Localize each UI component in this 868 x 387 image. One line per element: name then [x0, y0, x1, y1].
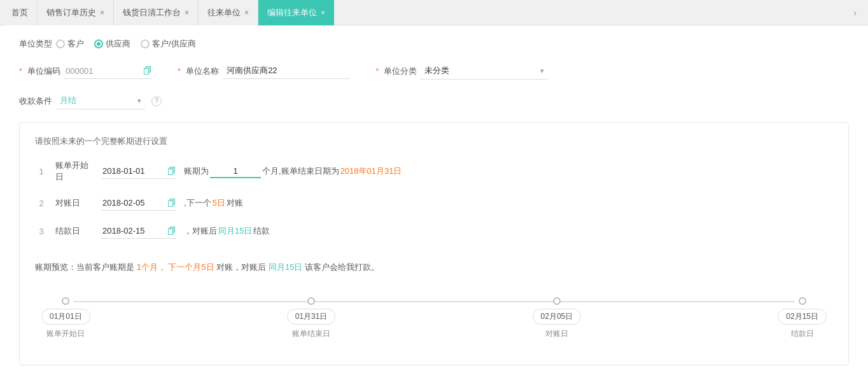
timeline-point-2: 01月31日 账单结束日	[287, 291, 336, 339]
unit-type-group: 单位类型 客户 供应商 客户/供应商	[19, 38, 196, 50]
payment-condition-select[interactable]: 月结 ▾	[56, 92, 145, 109]
tab-edit-partner-label: 编辑往来单位	[267, 7, 317, 18]
unit-category-required: *	[375, 66, 379, 76]
preview-part3: 对账，对账后	[216, 262, 266, 272]
payment-condition-chevron: ▾	[137, 97, 141, 105]
tab-partner[interactable]: 往来单位 ×	[199, 0, 258, 25]
radio-both-label: 客户/供应商	[152, 38, 196, 50]
main-content: 单位类型 客户 供应商 客户/供应商 * 单位编码	[0, 25, 868, 387]
row2-date-input-group: 🗍	[101, 195, 176, 211]
radio-customer-label: 客户	[67, 38, 84, 50]
unit-code-required: *	[19, 66, 22, 76]
timeline-dot-4	[799, 297, 806, 305]
row1-desc-suffix: 个月,账单结束日期为	[262, 165, 339, 177]
unit-code-input-group: 🗍	[64, 64, 152, 79]
tab-home-label: 首页	[11, 7, 28, 18]
tab-cash-work[interactable]: 钱货日清工作台 ×	[114, 0, 199, 25]
tab-cash-work-close[interactable]: ×	[185, 8, 189, 17]
timeline-dot-2	[307, 297, 315, 305]
unit-code-input[interactable]	[64, 64, 141, 78]
row2-desc-prefix: ,下一个	[184, 197, 211, 209]
unit-info-row: * 单位编码 🗍 * 单位名称 * 单位分类 未分类 ▾	[19, 62, 849, 80]
tab-bar: 首页 销售订单历史 × 钱货日清工作台 × 往来单位 × 编辑往来单位 × ›	[0, 0, 868, 25]
row1-label: 账单开始日	[55, 160, 94, 183]
payment-condition-row: 收款条件 月结 ▾ ?	[19, 92, 849, 109]
row2-num: 2	[35, 199, 48, 208]
timeline-date-4: 02月15日	[778, 309, 827, 325]
unit-type-row: 单位类型 客户 供应商 客户/供应商	[19, 38, 849, 50]
payment-condition-help[interactable]: ?	[151, 96, 162, 106]
unit-category-group: * 单位分类 未分类 ▾	[375, 62, 548, 80]
row3-num: 3	[35, 227, 48, 236]
row3-date-input[interactable]	[101, 223, 165, 238]
row2-label: 对账日	[55, 197, 94, 209]
preview-label: 账期预览：当前客户账期是	[35, 262, 134, 272]
preview-section: 账期预览：当前客户账期是 1个月， 下一个月5日 对账，对账后 同月15日 该客…	[35, 251, 833, 352]
unit-name-required: *	[178, 66, 181, 76]
unit-name-input[interactable]	[223, 64, 350, 79]
row3-highlight: 同月15日	[218, 225, 252, 237]
radio-group-unit-type: 客户 供应商 客户/供应商	[56, 38, 196, 50]
row1-calendar-icon[interactable]: 🗍	[167, 166, 176, 176]
timeline-name-2: 账单结束日	[292, 328, 330, 339]
row3-date-input-group: 🗍	[101, 223, 176, 239]
radio-both[interactable]: 客户/供应商	[141, 38, 196, 50]
preview-text: 账期预览：当前客户账期是 1个月， 下一个月5日 对账，对账后 同月15日 该客…	[35, 262, 833, 273]
unit-code-label: 单位编码	[27, 66, 60, 77]
radio-supplier-label: 供应商	[106, 38, 130, 50]
unit-name-label: 单位名称	[186, 66, 219, 77]
unit-category-select[interactable]: 未分类 ▾	[421, 62, 548, 80]
row3-desc-suffix: 结款	[253, 225, 270, 237]
tab-partner-close[interactable]: ×	[244, 8, 249, 17]
row2-desc-suffix: 对账	[227, 197, 243, 209]
timeline-date-3: 02月05日	[533, 309, 582, 325]
row-payment-date: 3 结款日 🗍 ，对账后 同月15日 结款	[35, 223, 833, 239]
timeline-container: 01月01日 账单开始日 01月31日 账单结束日 02月05日 对账日	[41, 291, 827, 339]
row2-date-input[interactable]	[101, 195, 165, 210]
unit-category-label: 单位分类	[384, 66, 417, 77]
timeline-point-4: 02月15日 结款日	[778, 291, 827, 339]
section-title: 请按照未来的一个完整帐期进行设置	[35, 136, 833, 147]
row-start-date: 1 账单开始日 🗍 账期为 个月,账单结束日期为 2018年01月31日	[35, 160, 833, 183]
tab-cash-work-label: 钱货日清工作台	[123, 7, 181, 18]
row1-description: 账期为 个月,账单结束日期为 2018年01月31日	[184, 165, 402, 178]
tab-sales-history-close[interactable]: ×	[100, 8, 104, 17]
row3-label: 结款日	[55, 225, 94, 237]
timeline-dot-1	[62, 297, 69, 305]
row1-date-input[interactable]	[101, 164, 165, 178]
unit-code-icon[interactable]: 🗍	[143, 66, 152, 76]
tab-sales-history[interactable]: 销售订单历史 ×	[38, 0, 114, 25]
timeline-points: 01月01日 账单开始日 01月31日 账单结束日 02月05日 对账日	[41, 291, 827, 339]
unit-code-group: * 单位编码 🗍	[19, 64, 152, 79]
radio-customer-circle	[56, 39, 65, 48]
tab-partner-label: 往来单位	[207, 7, 241, 18]
row-reconcile-date: 2 对账日 🗍 ,下一个 5日 对账	[35, 195, 833, 211]
tab-more-chevron[interactable]: ›	[847, 8, 863, 18]
settings-section: 请按照未来的一个完整帐期进行设置 1 账单开始日 🗍 账期为 个月,账单结束日期…	[19, 122, 849, 365]
timeline-name-3: 对账日	[545, 328, 568, 339]
row1-date-input-group: 🗍	[101, 164, 176, 179]
timeline-date-2: 01月31日	[287, 309, 336, 325]
tab-edit-partner[interactable]: 编辑往来单位 ×	[258, 0, 334, 25]
row2-description: ,下一个 5日 对账	[184, 197, 243, 209]
payment-condition-group: 收款条件 月结 ▾ ?	[19, 92, 162, 109]
payment-condition-value: 月结	[60, 95, 135, 106]
radio-customer[interactable]: 客户	[56, 38, 84, 50]
row2-calendar-icon[interactable]: 🗍	[167, 198, 176, 208]
row1-period-input[interactable]	[210, 165, 261, 178]
unit-category-value: 未分类	[424, 65, 538, 76]
row3-description: ，对账后 同月15日 结款	[184, 225, 270, 237]
radio-supplier-circle	[94, 39, 103, 48]
tab-home[interactable]: 首页	[5, 0, 38, 25]
timeline-date-1: 01月01日	[41, 309, 90, 325]
row1-desc-prefix: 账期为	[184, 165, 209, 177]
preview-part1: 1个月，	[137, 262, 166, 272]
preview-part4: 同月15日	[269, 262, 302, 272]
timeline-point-3: 02月05日 对账日	[533, 291, 582, 339]
tab-edit-partner-close[interactable]: ×	[321, 8, 325, 17]
unit-name-group: * 单位名称	[178, 64, 350, 79]
row3-desc-prefix: ，对账后	[184, 225, 217, 237]
radio-supplier[interactable]: 供应商	[94, 38, 130, 50]
row2-highlight: 5日	[213, 197, 225, 209]
row3-calendar-icon[interactable]: 🗍	[167, 226, 176, 236]
